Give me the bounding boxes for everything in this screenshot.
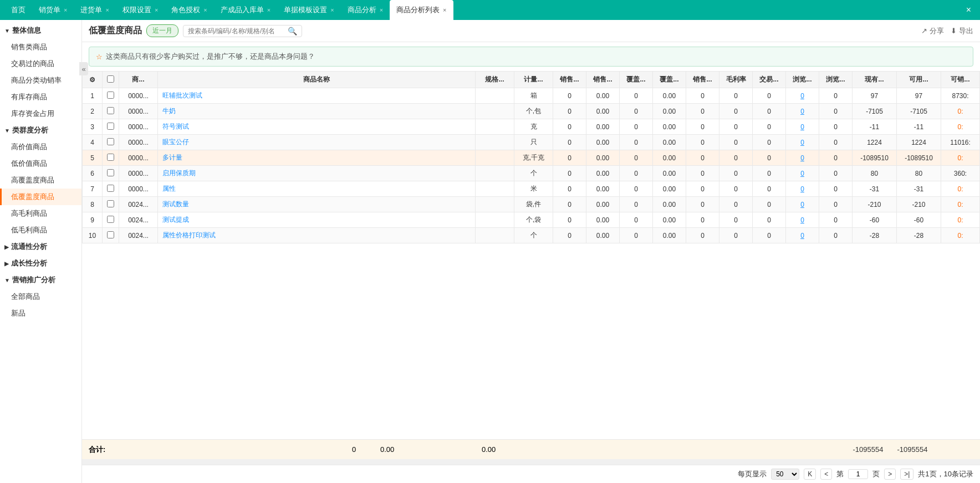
row-checkbox[interactable] [103, 104, 119, 119]
col-name-header[interactable]: 商品名称 [158, 72, 476, 88]
sidebar-group-marketing[interactable]: ▼ 营销推广分析 [0, 272, 81, 288]
row-name[interactable]: 启用保质期 [158, 166, 476, 181]
search-input[interactable] [188, 27, 288, 35]
row-browse1[interactable]: 0 [786, 119, 819, 135]
col-checkbox-header[interactable] [103, 72, 119, 88]
nav-close-purchase[interactable]: × [105, 7, 109, 13]
row-name[interactable]: 多计量 [158, 150, 476, 166]
nav-close-template[interactable]: × [330, 7, 334, 13]
col-code-header[interactable]: 商... [119, 72, 158, 88]
sidebar-item-category-rate[interactable]: 商品分类动销率 [0, 72, 81, 89]
row-name[interactable]: 符号测试 [158, 119, 476, 135]
nav-close-goods-analysis[interactable]: × [380, 7, 383, 13]
nav-template-settings[interactable]: 单据模板设置 × [277, 0, 340, 20]
col-sales-qty-header[interactable]: 销售... [553, 72, 586, 88]
col-sales-amount-header[interactable]: 销售... [586, 72, 620, 88]
nav-role-auth[interactable]: 角色授权 × [165, 0, 213, 20]
row-browse1[interactable]: 0 [786, 212, 819, 228]
row-browse1[interactable]: 0 [786, 166, 819, 181]
row-browse1[interactable]: 0 [786, 197, 819, 212]
row-checkbox[interactable] [103, 197, 119, 212]
row-browse1[interactable]: 0 [786, 135, 819, 150]
sidebar-item-all-goods[interactable]: 全部商品 [0, 288, 81, 305]
row-checkbox[interactable] [103, 119, 119, 135]
sidebar-item-stocked-goods[interactable]: 有库存商品 [0, 89, 81, 105]
horizontal-scrollbar[interactable] [82, 459, 980, 465]
col-sales3-header[interactable]: 销售... [686, 72, 719, 88]
sidebar-item-new-goods[interactable]: 新品 [0, 305, 81, 322]
row-select-checkbox[interactable] [107, 138, 114, 145]
col-current-stock-header[interactable]: 现有... [853, 72, 897, 88]
nav-close-role[interactable]: × [203, 7, 207, 13]
row-checkbox[interactable] [103, 212, 119, 228]
sidebar-group-cluster[interactable]: ▼ 类群度分析 [0, 122, 81, 139]
nav-sales-order[interactable]: 销货单 × [32, 0, 74, 20]
nav-permission-settings[interactable]: 权限设置 × [116, 0, 165, 20]
col-cov2-header[interactable]: 覆盖... [653, 72, 686, 88]
col-saleable-header[interactable]: 可销... [941, 72, 980, 88]
sidebar-item-low-value[interactable]: 低价值商品 [0, 155, 81, 172]
row-name[interactable]: 属性 [158, 181, 476, 197]
nav-goods-analysis[interactable]: 商品分析 × [341, 0, 390, 20]
col-browse1-header[interactable]: 浏览... [786, 72, 819, 88]
sidebar-item-high-margin[interactable]: 高毛利商品 [0, 205, 81, 222]
sidebar-item-sales-goods[interactable]: 销售类商品 [0, 39, 81, 55]
col-cov1-header[interactable]: 覆盖... [620, 72, 653, 88]
nav-close-goods-list[interactable]: × [443, 7, 446, 13]
nav-home[interactable]: 首页 [4, 0, 32, 20]
current-page-input[interactable] [848, 469, 868, 479]
col-unit-header[interactable]: 计量... [514, 72, 553, 88]
row-name[interactable]: 属性价格打印测试 [158, 228, 476, 243]
row-name[interactable]: 测试提成 [158, 212, 476, 228]
row-select-checkbox[interactable] [107, 185, 114, 192]
row-select-checkbox[interactable] [107, 154, 114, 161]
last-page-button[interactable]: >| [900, 469, 913, 480]
row-select-checkbox[interactable] [107, 169, 114, 176]
page-size-select[interactable]: 50 20 100 [771, 469, 799, 480]
col-available-stock-header[interactable]: 可用... [897, 72, 941, 88]
row-checkbox[interactable] [103, 135, 119, 150]
col-spec-header[interactable]: 规格... [476, 72, 514, 88]
sidebar-item-low-margin[interactable]: 低毛利商品 [0, 222, 81, 238]
row-browse1[interactable]: 0 [786, 181, 819, 197]
row-name[interactable]: 牛奶 [158, 104, 476, 119]
row-name[interactable]: 眼宝公仔 [158, 135, 476, 150]
row-name[interactable]: 测试数量 [158, 197, 476, 212]
row-select-checkbox[interactable] [107, 123, 114, 130]
sidebar-group-overall[interactable]: ▼ 整体信息 [0, 22, 81, 39]
col-browse2-header[interactable]: 浏览... [819, 72, 853, 88]
row-select-checkbox[interactable] [107, 216, 114, 223]
row-name[interactable]: 旺辅批次测试 [158, 88, 476, 104]
export-button[interactable]: ⬇ 导出 [951, 26, 973, 36]
row-browse1[interactable]: 0 [786, 150, 819, 166]
sidebar-group-growth[interactable]: ▶ 成长性分析 [0, 255, 81, 272]
row-select-checkbox[interactable] [107, 91, 114, 99]
row-checkbox[interactable] [103, 228, 119, 243]
sidebar-item-traded-goods[interactable]: 交易过的商品 [0, 55, 81, 72]
nav-purchase-order[interactable]: 进货单 × [74, 0, 115, 20]
row-select-checkbox[interactable] [107, 107, 114, 114]
sidebar-item-high-coverage[interactable]: 高覆盖度商品 [0, 172, 81, 189]
sidebar-item-high-value[interactable]: 高价值商品 [0, 139, 81, 155]
row-checkbox[interactable] [103, 88, 119, 104]
row-checkbox[interactable] [103, 181, 119, 197]
sidebar-item-stock-capital[interactable]: 库存资金占用 [0, 105, 81, 122]
prev-page-button[interactable]: < [820, 469, 832, 480]
row-browse1[interactable]: 0 [786, 88, 819, 104]
row-checkbox[interactable] [103, 166, 119, 181]
nav-goods-analysis-list[interactable]: 商品分析列表 × [390, 0, 453, 20]
first-page-button[interactable]: K [804, 469, 816, 480]
row-select-checkbox[interactable] [107, 231, 114, 238]
select-all-checkbox[interactable] [107, 75, 114, 83]
nav-close-permission[interactable]: × [155, 7, 158, 13]
share-button[interactable]: ↗ 分享 [921, 26, 944, 36]
close-all-tabs-button[interactable]: × [962, 5, 976, 15]
row-browse1[interactable]: 0 [786, 104, 819, 119]
nav-finished-goods[interactable]: 产成品入库单 × [214, 0, 277, 20]
col-gross-rate-header[interactable]: 毛利率 [719, 72, 753, 88]
sidebar-item-low-coverage[interactable]: 低覆盖度商品 [0, 189, 81, 205]
nav-close-finished[interactable]: × [267, 7, 270, 13]
row-select-checkbox[interactable] [107, 200, 114, 207]
sidebar-group-liquidity[interactable]: ▶ 流通性分析 [0, 238, 81, 255]
row-browse1[interactable]: 0 [786, 228, 819, 243]
